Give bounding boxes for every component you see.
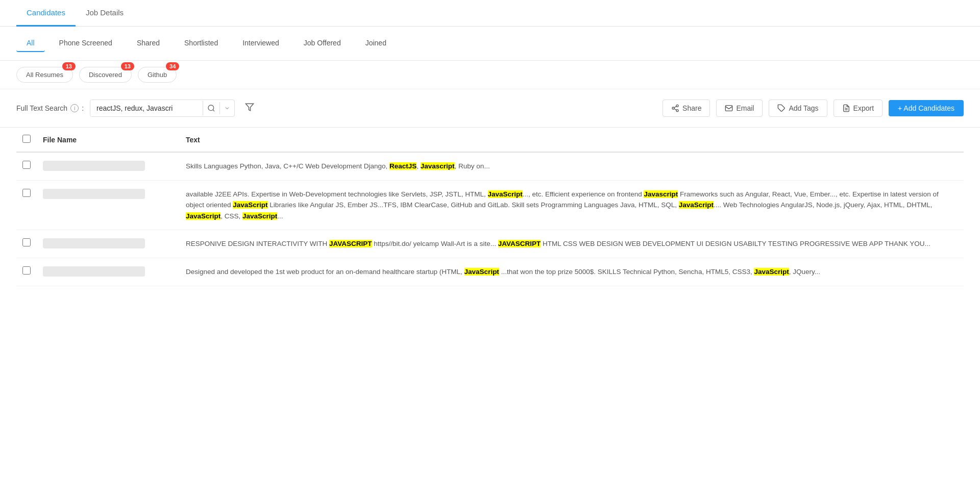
svg-line-5 xyxy=(674,109,677,110)
github-badge: 34 xyxy=(166,62,179,70)
search-dropdown-button[interactable] xyxy=(219,102,234,114)
add-tags-label: Add Tags xyxy=(789,104,818,112)
export-label: Export xyxy=(853,104,874,112)
discovered-badge: 13 xyxy=(121,62,134,70)
filename-cell xyxy=(37,152,180,180)
text-cell: RESPONIVE DESIGN INTERACTIVITY WITH JAVA… xyxy=(180,230,964,258)
header-text: Text xyxy=(180,128,964,152)
highlighted-keyword: JavaScript xyxy=(242,212,277,220)
text-cell: available J2EE APIs. Expertise in Web-De… xyxy=(180,180,964,230)
svg-rect-7 xyxy=(726,106,732,111)
search-area: Full Text Search i: Share Email Add Tags… xyxy=(0,89,980,128)
add-tags-button[interactable]: Add Tags xyxy=(769,100,827,117)
svg-point-2 xyxy=(676,105,678,107)
header-filename: File Name xyxy=(37,128,180,152)
header-checkbox-cell xyxy=(16,128,37,152)
row-checkbox-cell xyxy=(16,152,37,180)
add-candidates-label: + Add Candidates xyxy=(898,104,954,112)
highlighted-keyword: JavaScript xyxy=(186,212,220,220)
add-candidates-button[interactable]: + Add Candidates xyxy=(889,100,964,116)
filter-tab-shared[interactable]: Shared xyxy=(127,35,170,52)
search-input[interactable] xyxy=(90,100,203,116)
filename-cell xyxy=(37,180,180,230)
candidates-table: File Name Text Skills Languages Python, … xyxy=(16,128,964,286)
table-row: RESPONIVE DESIGN INTERACTIVITY WITH JAVA… xyxy=(16,230,964,258)
svg-marker-1 xyxy=(246,104,254,111)
highlighted-keyword: JavaScript xyxy=(233,201,267,209)
svg-point-4 xyxy=(676,110,678,112)
table-row: Designed and developed the 1st web produ… xyxy=(16,258,964,286)
svg-line-6 xyxy=(674,106,677,108)
all-resumes-badge: 13 xyxy=(62,62,76,70)
highlighted-keyword: JavaScript xyxy=(754,268,789,276)
highlighted-keyword: JAVASCRIPT xyxy=(498,240,541,247)
svg-point-3 xyxy=(672,107,674,109)
text-cell: Skills Languages Python, Java, C++/C Web… xyxy=(180,152,964,180)
pill-github[interactable]: Github 34 xyxy=(138,67,177,83)
filter-tab-joined[interactable]: Joined xyxy=(355,35,397,52)
svg-point-0 xyxy=(208,105,214,111)
row-checkbox-2[interactable] xyxy=(22,238,31,246)
export-button[interactable]: Export xyxy=(834,100,883,117)
filter-tab-job-offered[interactable]: Job Offered xyxy=(293,35,351,52)
search-label: Full Text Search i: xyxy=(16,104,84,112)
filter-tab-shortlisted[interactable]: Shortlisted xyxy=(174,35,228,52)
table-row: Skills Languages Python, Java, C++/C Web… xyxy=(16,152,964,180)
highlighted-keyword: Javascript xyxy=(421,162,455,170)
all-resumes-label: All Resumes xyxy=(26,71,63,79)
discovered-label: Discovered xyxy=(89,71,122,79)
table-row: available J2EE APIs. Expertise in Web-De… xyxy=(16,180,964,230)
row-checkbox-0[interactable] xyxy=(22,161,31,169)
source-filters: All Resumes 13 Discovered 13 Github 34 xyxy=(0,61,980,89)
highlighted-keyword: ReactJS xyxy=(389,162,416,170)
row-checkbox-cell xyxy=(16,180,37,230)
email-button[interactable]: Email xyxy=(716,100,763,117)
highlighted-keyword: JavaScript xyxy=(679,201,714,209)
highlighted-keyword: JAVASCRIPT xyxy=(329,240,372,247)
filename-cell xyxy=(37,258,180,286)
tab-job-details[interactable]: Job Details xyxy=(76,0,134,27)
row-checkbox-cell xyxy=(16,230,37,258)
search-button[interactable] xyxy=(203,101,219,115)
pill-all-resumes[interactable]: All Resumes 13 xyxy=(16,67,73,83)
row-checkbox-1[interactable] xyxy=(22,189,31,197)
search-input-wrap xyxy=(90,100,235,117)
candidates-table-wrap: File Name Text Skills Languages Python, … xyxy=(0,128,980,286)
info-icon[interactable]: i xyxy=(70,104,79,112)
tab-candidates[interactable]: Candidates xyxy=(16,0,76,27)
filter-tab-all[interactable]: All xyxy=(16,35,45,52)
text-cell: Designed and developed the 1st web produ… xyxy=(180,258,964,286)
highlighted-keyword: JavaScript xyxy=(488,190,523,198)
share-button[interactable]: Share xyxy=(663,100,710,117)
filter-button[interactable] xyxy=(241,101,258,116)
filename-cell xyxy=(37,230,180,258)
search-controls xyxy=(203,101,234,115)
pill-discovered[interactable]: Discovered 13 xyxy=(79,67,132,83)
email-label: Email xyxy=(736,104,754,112)
select-all-checkbox[interactable] xyxy=(22,135,31,143)
share-label: Share xyxy=(682,104,701,112)
highlighted-keyword: Javascript xyxy=(644,190,678,198)
table-header-row: File Name Text xyxy=(16,128,964,152)
top-tabs-bar: Candidates Job Details xyxy=(0,0,980,27)
highlighted-keyword: JavaScript xyxy=(464,268,499,276)
github-label: Github xyxy=(148,71,167,79)
row-checkbox-3[interactable] xyxy=(22,266,31,275)
filter-tab-phone-screened[interactable]: Phone Screened xyxy=(49,35,122,52)
row-checkbox-cell xyxy=(16,258,37,286)
filter-tabs-bar: All Phone Screened Shared Shortlisted In… xyxy=(0,27,980,61)
filter-tab-interviewed[interactable]: Interviewed xyxy=(232,35,289,52)
